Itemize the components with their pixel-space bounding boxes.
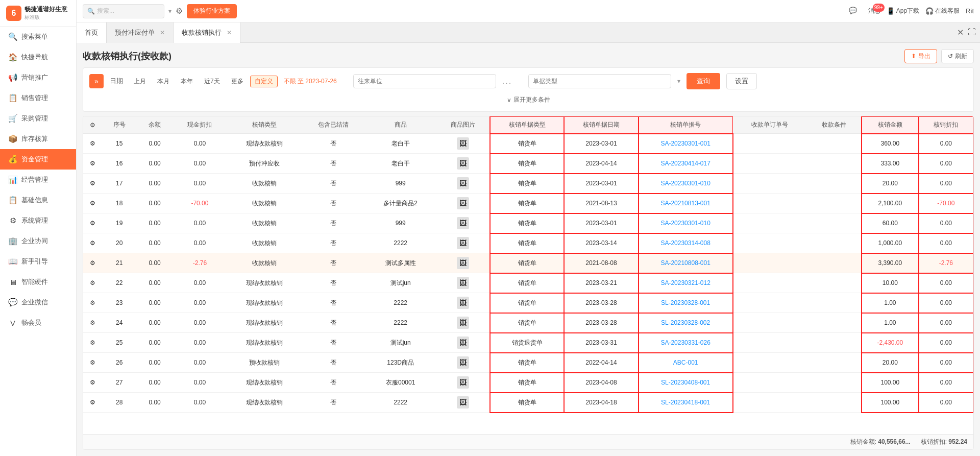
sidebar-item-quicknav[interactable]: 🏠快捷导航 bbox=[0, 47, 76, 67]
row-seq: 23 bbox=[102, 293, 137, 313]
bill-no-link[interactable]: SA-20230321-012 bbox=[660, 279, 710, 286]
sidebar-item-operation[interactable]: 📊经营管理 bbox=[0, 170, 76, 190]
tab-close-collect[interactable]: ✕ bbox=[227, 29, 232, 36]
user-name[interactable]: Rit bbox=[966, 7, 974, 15]
row-settings[interactable]: ⚙ bbox=[83, 313, 102, 333]
bill-no-link[interactable]: SL-20230328-002 bbox=[661, 319, 710, 326]
bill-no-link[interactable]: SA-20230301-001 bbox=[660, 140, 710, 147]
filter-settings-button[interactable]: 设置 bbox=[726, 73, 757, 89]
row-goods-img[interactable]: 🖼 bbox=[435, 313, 490, 333]
row-goods-img[interactable]: 🖼 bbox=[435, 353, 490, 373]
sidebar-item-marketing[interactable]: 📢营销推广 bbox=[0, 67, 76, 88]
col-header-bill_no: 核销单据号 bbox=[639, 116, 733, 134]
sidebar-item-inventory[interactable]: 📦库存核算 bbox=[0, 129, 76, 149]
bill-no-link[interactable]: SA-20230414-017 bbox=[660, 160, 710, 167]
expand-more-conditions[interactable]: ∨ 展开更多条件 bbox=[89, 93, 967, 106]
sidebar-item-hardware[interactable]: 🖥智能硬件 bbox=[0, 272, 76, 292]
sidebar-item-guide[interactable]: 📖新手引导 bbox=[0, 251, 76, 272]
this-month-btn[interactable]: 本月 bbox=[153, 76, 174, 87]
message-badge[interactable]: 💬 99+ 消息 bbox=[849, 7, 880, 15]
row-settings[interactable]: ⚙ bbox=[83, 373, 102, 393]
row-goods-img[interactable]: 🖼 bbox=[435, 154, 490, 174]
row-goods-img[interactable]: 🖼 bbox=[435, 273, 490, 293]
row-collect-order-no bbox=[733, 273, 807, 293]
row-settings[interactable]: ⚙ bbox=[83, 213, 102, 233]
bill-no-link[interactable]: SA-20230331-026 bbox=[660, 339, 710, 346]
bill-type-dropdown-arrow[interactable]: ▾ bbox=[677, 78, 680, 85]
row-goods-img[interactable]: 🖼 bbox=[435, 194, 490, 213]
sidebar-item-finance[interactable]: 💰资金管理 bbox=[0, 149, 76, 170]
more-date-btn[interactable]: 更多 bbox=[227, 76, 248, 87]
row-bill-date: 2023-04-18 bbox=[564, 393, 638, 413]
row-settings[interactable]: ⚙ bbox=[83, 393, 102, 413]
row-settings[interactable]: ⚙ bbox=[83, 174, 102, 194]
row-goods-img[interactable]: 🖼 bbox=[435, 393, 490, 413]
sidebar-item-member[interactable]: V畅会员 bbox=[0, 313, 76, 333]
bill-no-link[interactable]: SA-20230301-010 bbox=[660, 220, 710, 227]
row-cancel-amount: 360.00 bbox=[862, 134, 919, 154]
row-goods-img[interactable]: 🖼 bbox=[435, 333, 490, 353]
row-settings[interactable]: ⚙ bbox=[83, 134, 102, 154]
custom-date-btn[interactable]: 自定义 bbox=[250, 76, 278, 87]
row-settings[interactable]: ⚙ bbox=[83, 293, 102, 313]
row-goods-img[interactable]: 🖼 bbox=[435, 174, 490, 194]
row-settings[interactable]: ⚙ bbox=[83, 253, 102, 273]
sidebar-item-sales[interactable]: 📋销售管理 bbox=[0, 88, 76, 108]
bill-no-link[interactable]: SL-20230328-001 bbox=[661, 299, 710, 306]
row-goods-img[interactable]: 🖼 bbox=[435, 253, 490, 273]
sidebar-item-search[interactable]: 🔍搜索菜单 bbox=[0, 27, 76, 47]
row-goods-img[interactable]: 🖼 bbox=[435, 134, 490, 154]
last-7days-btn[interactable]: 近7天 bbox=[200, 76, 225, 87]
bill-no-link[interactable]: ABC-001 bbox=[673, 359, 698, 366]
sidebar-item-wechat[interactable]: 💬企业微信 bbox=[0, 292, 76, 313]
sidebar-item-purchase[interactable]: 🛒采购管理 bbox=[0, 108, 76, 129]
tab-home[interactable]: 首页 bbox=[77, 22, 107, 43]
export-button[interactable]: ⬆ 导出 bbox=[904, 49, 937, 63]
industry-btn[interactable]: 体验行业方案 bbox=[187, 4, 237, 18]
col-header-setting[interactable]: ⚙ bbox=[83, 116, 102, 134]
row-settings[interactable]: ⚙ bbox=[83, 154, 102, 174]
online-service[interactable]: 🎧 在线客服 bbox=[925, 7, 960, 15]
row-cancel-discount: 0.00 bbox=[919, 213, 973, 233]
bill-no-link[interactable]: SL-20230408-001 bbox=[661, 379, 710, 386]
row-settings[interactable]: ⚙ bbox=[83, 333, 102, 353]
query-button[interactable]: 查询 bbox=[687, 73, 720, 89]
last-month-btn[interactable]: 上月 bbox=[129, 76, 151, 87]
tab-close-prepay[interactable]: ✕ bbox=[160, 29, 165, 36]
tab-prepay[interactable]: 预付冲应付单✕ bbox=[107, 22, 174, 43]
filter-toggle-btn[interactable]: » bbox=[89, 74, 104, 88]
row-settings[interactable]: ⚙ bbox=[83, 233, 102, 253]
row-goods-img[interactable]: 🖼 bbox=[435, 213, 490, 233]
unit-filter-input[interactable] bbox=[353, 74, 496, 88]
topbar-search[interactable]: 🔍 搜索... bbox=[83, 4, 164, 18]
row-settings[interactable]: ⚙ bbox=[83, 194, 102, 213]
row-cancel-discount: 0.00 bbox=[919, 273, 973, 293]
sidebar-item-enterprise[interactable]: 🏢企业协同 bbox=[0, 231, 76, 251]
unit-dots[interactable]: ... bbox=[502, 77, 512, 86]
bill-no-link[interactable]: SA-20210808-001 bbox=[660, 259, 710, 267]
this-year-btn[interactable]: 本年 bbox=[176, 76, 198, 87]
row-settings[interactable]: ⚙ bbox=[83, 273, 102, 293]
refresh-button[interactable]: ↺ 刷新 bbox=[941, 49, 974, 63]
row-goods-img[interactable]: 🖼 bbox=[435, 233, 490, 253]
bill-no-link[interactable]: SA-20230301-010 bbox=[660, 180, 710, 187]
app-download[interactable]: 📱 App下载 bbox=[887, 7, 919, 15]
maximize-tab-btn[interactable]: ⛶ bbox=[968, 28, 976, 37]
bill-type-filter-input[interactable] bbox=[528, 74, 671, 88]
bill-no-link[interactable]: SA-20230314-008 bbox=[660, 239, 710, 247]
row-goods-img[interactable]: 🖼 bbox=[435, 293, 490, 313]
bill-no-link[interactable]: SL-20230418-001 bbox=[661, 399, 710, 406]
close-tab-btn[interactable]: ✕ bbox=[957, 28, 964, 37]
sidebar-item-system[interactable]: ⚙系统管理 bbox=[0, 210, 76, 231]
row-goods-img[interactable]: 🖼 bbox=[435, 373, 490, 393]
topbar-gear-icon[interactable]: ⚙ bbox=[176, 6, 183, 16]
sidebar-item-basic[interactable]: 📋基础信息 bbox=[0, 190, 76, 210]
row-bill-no: SA-20230331-026 bbox=[639, 333, 733, 353]
topbar-dropdown-arrow[interactable]: ▾ bbox=[168, 8, 172, 15]
tab-collect[interactable]: 收款核销执行✕ bbox=[174, 22, 240, 43]
row-seq: 18 bbox=[102, 194, 137, 213]
bill-no-link[interactable]: SA-20210813-001 bbox=[660, 200, 710, 207]
table-scroll-area[interactable]: ⚙序号余额现金折扣核销类型包含已结清商品商品图片核销单据类型核销单据日期核销单据… bbox=[83, 116, 973, 434]
row-settings[interactable]: ⚙ bbox=[83, 353, 102, 373]
row-bill-type: 销货单 bbox=[490, 253, 564, 273]
